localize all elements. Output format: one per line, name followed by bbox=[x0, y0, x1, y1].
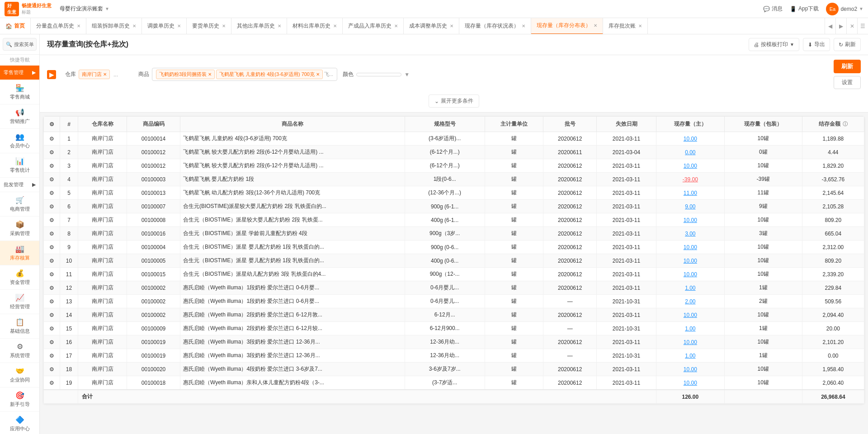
row-settings-icon[interactable]: ⚙ bbox=[44, 268, 60, 281]
row-settings-icon[interactable]: ⚙ bbox=[44, 322, 60, 335]
tab-nav-left[interactable]: ◀ bbox=[825, 18, 835, 34]
row-settings-icon[interactable]: ⚙ bbox=[44, 363, 60, 376]
sidebar-item-new-guide[interactable]: 🎯 新手引导 bbox=[0, 387, 39, 412]
tab-home[interactable]: 🏠 首页 bbox=[0, 18, 31, 34]
filter-expand-btn[interactable]: ▶ bbox=[47, 70, 56, 79]
table-area: ⚙ # 仓库名称 商品编码 商品名称 规格型号 主计量单位 批号 失效日期 现存… bbox=[40, 113, 868, 434]
tab-close-current[interactable]: ✕ bbox=[846, 18, 857, 34]
sidebar-item-system[interactable]: ⚙ 系统管理 bbox=[0, 339, 39, 363]
product-tag-2-close[interactable]: ✕ bbox=[316, 72, 320, 77]
tab-other-outbound[interactable]: 其他出库单历史 ✕ bbox=[231, 18, 287, 34]
row-qty-main: 10.00 bbox=[656, 132, 724, 146]
sidebar-item-member-center[interactable]: 👥 会员中心 bbox=[0, 129, 39, 153]
row-expire: 2021-03-11 bbox=[597, 173, 656, 186]
table-row: ⚙ 7 南岸门店 00100008 合生元（BIOSTIME）派星较大婴儿配方奶… bbox=[44, 213, 864, 227]
print-btn[interactable]: 🖨 按模板打印 ▼ bbox=[749, 38, 799, 51]
tab-product-in[interactable]: 产成品入库单历史 ✕ bbox=[343, 18, 404, 34]
warehouse-tag-nanan[interactable]: 南岸门店 ✕ bbox=[79, 70, 110, 79]
tab-cost-adjust[interactable]: 成本调整单历史 ✕ bbox=[404, 18, 459, 34]
product-more-tag[interactable]: 飞... bbox=[324, 71, 333, 78]
warehouse-more-btn[interactable]: ... bbox=[112, 71, 120, 79]
tab-material-out[interactable]: 材料出库单历史 ✕ bbox=[287, 18, 343, 34]
sidebar-item-ecommerce[interactable]: 🛒 电商管理 bbox=[0, 192, 39, 217]
tab-close-split-inventory[interactable]: ✕ bbox=[77, 24, 80, 28]
color-input[interactable] bbox=[356, 73, 401, 76]
row-settings-icon[interactable]: ⚙ bbox=[44, 213, 60, 227]
tab-close-disassembly[interactable]: ✕ bbox=[132, 24, 136, 28]
row-settings-icon[interactable]: ⚙ bbox=[44, 349, 60, 363]
sidebar-item-purchase[interactable]: 📦 采购管理 bbox=[0, 217, 39, 241]
row-qty-pack: 10罐 bbox=[724, 132, 802, 146]
app-center-icon: 🔷 bbox=[15, 415, 24, 424]
refresh-btn[interactable]: ↻ 刷新 bbox=[834, 38, 861, 51]
product-tag-2[interactable]: 飞鹤星飞帆 儿童奶粉 4段(3-6岁适用) 700克 ✕ bbox=[216, 70, 323, 79]
row-settings-icon[interactable]: ⚙ bbox=[44, 186, 60, 200]
color-dropdown-arrow[interactable]: ▼ bbox=[404, 71, 410, 78]
tab-transfer[interactable]: 调拨单历史 ✕ bbox=[142, 18, 187, 34]
row-qty-pack: 10罐 bbox=[724, 363, 802, 376]
row-settings-icon[interactable]: ⚙ bbox=[44, 295, 60, 308]
sidebar-item-inventory[interactable]: 🏭 库存核算 bbox=[0, 241, 39, 265]
user-menu[interactable]: Ea demo2 ▼ bbox=[826, 3, 863, 15]
tab-close-require-goods[interactable]: ✕ bbox=[222, 24, 226, 28]
tab-close-inventory-status[interactable]: ✕ bbox=[522, 24, 525, 28]
sidebar-item-basic-info[interactable]: 📋 基础信息 bbox=[0, 314, 39, 339]
table-row: ⚙ 11 南岸门店 00100015 合生元（BIOSTIME）派星幼儿配方奶粉… bbox=[44, 268, 864, 281]
settings-icon[interactable]: ⚙ bbox=[49, 121, 54, 127]
sidebar-item-retail-shop[interactable]: 🏪 零售商城 bbox=[0, 80, 39, 104]
row-name: 飞鹤星飞帆 较大婴儿配方奶粉 2段(6-12个月婴幼儿适用) ... bbox=[180, 146, 405, 159]
row-settings-icon[interactable]: ⚙ bbox=[44, 376, 60, 390]
row-settings-icon[interactable]: ⚙ bbox=[44, 173, 60, 186]
sidebar-item-marketing[interactable]: 📢 营销推广 bbox=[0, 104, 39, 129]
product-tag-1[interactable]: 飞鹤奶粉3段同捆搭装 ✕ bbox=[156, 70, 215, 79]
sidebar-item-enterprise-coop[interactable]: 🤝 企业协同 bbox=[0, 363, 39, 387]
row-settings-icon[interactable]: ⚙ bbox=[44, 227, 60, 241]
tab-disassembly[interactable]: 组装拆卸单历史 ✕ bbox=[86, 18, 142, 34]
tab-require-goods[interactable]: 要货单历史 ✕ bbox=[187, 18, 231, 34]
tab-close-transfer[interactable]: ✕ bbox=[177, 24, 181, 28]
sidebar-item-wholesale-mgmt[interactable]: 批发管理 ▶ bbox=[0, 178, 39, 192]
sidebar-item-retail-mgmt[interactable]: 零售管理 ▶ bbox=[0, 66, 39, 80]
sidebar-item-retail-stats[interactable]: 📊 零售统计 bbox=[0, 153, 39, 178]
org-selector[interactable]: 母婴行业演示账套 ▼ bbox=[60, 5, 109, 13]
logo-text: 畅捷通好生意 标题 bbox=[22, 2, 52, 15]
query-btn[interactable]: 刷新 bbox=[834, 60, 861, 73]
tab-split-inventory[interactable]: 分量盘点单历史 ✕ bbox=[31, 18, 86, 34]
row-warehouse: 南岸门店 bbox=[78, 349, 127, 363]
tab-close-material-out[interactable]: ✕ bbox=[333, 24, 337, 28]
tab-close-inventory-dist[interactable]: ✕ bbox=[594, 23, 597, 28]
tab-close-product-in[interactable]: ✕ bbox=[394, 24, 398, 28]
row-settings-icon[interactable]: ⚙ bbox=[44, 200, 60, 213]
tab-batch-ledger[interactable]: 库存批次账 ✕ bbox=[603, 18, 648, 34]
search-menu-btn[interactable]: 🔍 搜索英单 bbox=[3, 38, 37, 51]
app-download-btn[interactable]: 📱 App下载 bbox=[790, 5, 819, 13]
sidebar-item-app-center[interactable]: 🔷 应用中心 bbox=[0, 412, 39, 434]
tab-more[interactable]: ☰ bbox=[857, 18, 868, 34]
row-settings-icon[interactable]: ⚙ bbox=[44, 254, 60, 268]
amount-info-icon[interactable]: ⓘ bbox=[843, 121, 848, 127]
row-settings-icon[interactable]: ⚙ bbox=[44, 281, 60, 295]
row-settings-icon[interactable]: ⚙ bbox=[44, 146, 60, 159]
tab-inventory-dist[interactable]: 现存量（库存分布表） ✕ bbox=[531, 18, 603, 34]
row-settings-icon[interactable]: ⚙ bbox=[44, 132, 60, 146]
row-settings-icon[interactable]: ⚙ bbox=[44, 308, 60, 322]
export-btn[interactable]: ⬇ 导出 bbox=[803, 38, 830, 51]
row-settings-icon[interactable]: ⚙ bbox=[44, 335, 60, 349]
product-tag-1-close[interactable]: ✕ bbox=[208, 72, 212, 77]
tab-inventory-status[interactable]: 现存量（库存状况表） ✕ bbox=[459, 18, 531, 34]
row-spec: 900g (6-1... bbox=[405, 200, 485, 213]
sidebar-item-finance[interactable]: 💰 资金管理 bbox=[0, 265, 39, 290]
product-input-box[interactable]: 飞鹤奶粉3段同捆搭装 ✕ 飞鹤星飞帆 儿童奶粉 4段(3-6岁适用) 700克 … bbox=[152, 68, 337, 81]
sidebar-item-operations[interactable]: 📈 经营管理 bbox=[0, 290, 39, 314]
warehouse-tag-close[interactable]: ✕ bbox=[103, 72, 107, 77]
row-settings-icon[interactable]: ⚙ bbox=[44, 241, 60, 254]
message-btn[interactable]: 💬 消息 bbox=[763, 5, 783, 13]
settings-btn[interactable]: 设置 bbox=[834, 76, 861, 89]
expand-filters-btn[interactable]: ⌄ 展开更多条件 bbox=[429, 94, 479, 108]
row-settings-icon[interactable]: ⚙ bbox=[44, 159, 60, 173]
tab-close-batch-ledger[interactable]: ✕ bbox=[638, 24, 642, 28]
tab-close-cost-adjust[interactable]: ✕ bbox=[450, 24, 453, 28]
row-amount: 2,094.40 bbox=[802, 308, 864, 322]
tab-nav-right[interactable]: ▶ bbox=[835, 18, 846, 34]
tab-close-other-outbound[interactable]: ✕ bbox=[278, 24, 281, 28]
